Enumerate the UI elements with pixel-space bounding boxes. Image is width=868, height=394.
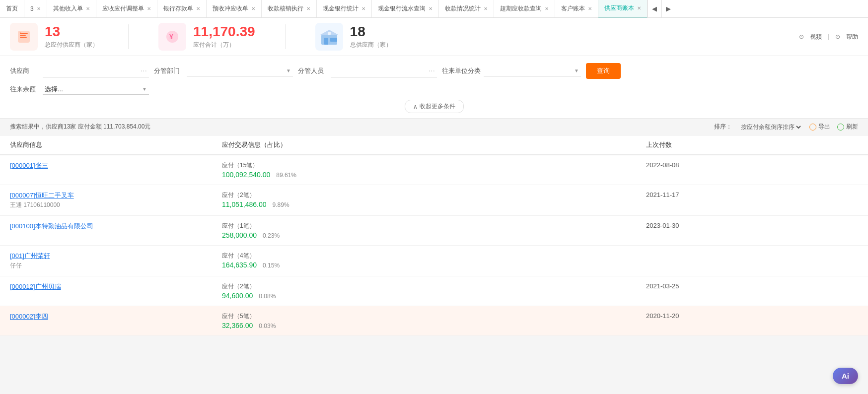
- supplier-link-5[interactable]: [000012]广州贝瑞: [10, 283, 61, 290]
- svg-rect-10: [328, 32, 331, 35]
- payable-row-6: 32,366.00 0.03%: [222, 321, 646, 329]
- video-link[interactable]: 视频: [810, 33, 822, 41]
- nav-tab-customer-account-close[interactable]: ✕: [588, 6, 592, 11]
- supplier-info-2: [000007]恒旺二手叉车 王通 17106110000: [10, 191, 222, 209]
- supplier-link-2[interactable]: [000007]恒旺二手叉车: [10, 192, 74, 199]
- person-input[interactable]: [333, 67, 429, 74]
- filter-dept-label: 分管部门: [154, 66, 184, 75]
- nav-tab-cash-bank-stats[interactable]: 现金银行统计 ✕: [317, 0, 372, 18]
- stat-1-text: 13 总应付供应商（家）: [45, 25, 98, 49]
- nav-tab-bank-deposit[interactable]: 银行存款单 ✕: [157, 0, 207, 18]
- nav-tab-collection-stats-close[interactable]: ✕: [484, 6, 488, 11]
- stat-3-number: 18: [350, 25, 392, 39]
- nav-tab-ap-adjust-close[interactable]: ✕: [147, 6, 151, 11]
- nav-tab-cash-bank-flow[interactable]: 现金银行流水查询 ✕: [372, 0, 439, 18]
- nav-tab-supplier-account-label: 供应商账本: [604, 4, 634, 12]
- supplier-link-3[interactable]: [000100]本特勤油品有限公司: [10, 222, 93, 230]
- supplier-input[interactable]: [45, 67, 141, 74]
- nav-tab-cash-bank-flow-close[interactable]: ✕: [429, 6, 433, 11]
- results-actions: 排序： 按应付余额倒序排序 导出 刷新: [714, 123, 858, 131]
- nav-tab-other-income[interactable]: 其他收入单 ✕: [47, 0, 96, 18]
- nav-tab-advance-sales-close[interactable]: ✕: [251, 6, 255, 11]
- filter-person-label: 分管人员: [298, 66, 328, 75]
- nav-tab-supplier-account-close[interactable]: ✕: [637, 5, 641, 11]
- category-chevron-icon: ▼: [574, 68, 579, 73]
- nav-tab-ap-adjust-label: 应收应付调整单: [102, 4, 144, 13]
- nav-tab-cash-bank-stats-close[interactable]: ✕: [362, 6, 365, 11]
- person-dots-icon[interactable]: ···: [429, 66, 435, 75]
- collapse-button[interactable]: ∧ 收起更多条件: [405, 100, 464, 113]
- results-bar: 搜索结果中，供应商13家 应付金额 111,703,854.00元 排序： 按应…: [0, 119, 868, 135]
- nav-arrow-right[interactable]: ▶: [661, 0, 675, 18]
- dept-select[interactable]: [189, 67, 286, 74]
- payable-amount-2: 11,051,486.00: [222, 200, 267, 208]
- sort-select[interactable]: 按应付余额倒序排序: [739, 123, 802, 131]
- stat-2-label: 应付合计（万）: [193, 41, 255, 49]
- table-header: 供应商信息 应付交易信息（占比） 上次付数: [0, 135, 868, 155]
- table-row: [000007]恒旺二手叉车 王通 17106110000 应付（2笔） 11,…: [0, 185, 868, 216]
- nav-tab-cash-bank-stats-label: 现金银行统计: [323, 4, 359, 13]
- supplier-dots-icon[interactable]: ···: [141, 66, 147, 75]
- nav-tab-overdue-query-close[interactable]: ✕: [545, 6, 549, 11]
- collapse-label: 收起更多条件: [420, 102, 455, 111]
- supplier-info-3: [000100]本特勤油品有限公司: [10, 222, 222, 231]
- payable-label-4: 应付（4笔）: [222, 252, 646, 260]
- nav-tab-ap-adjust[interactable]: 应收应付调整单 ✕: [96, 0, 157, 18]
- svg-rect-7: [324, 38, 328, 45]
- stat-icon-amount: ¥: [158, 23, 186, 51]
- supplier-info-1: [000001]张三: [10, 161, 222, 170]
- filter-balance-label: 往来余额: [10, 85, 40, 94]
- filter-person: 分管人员 ···: [298, 65, 437, 77]
- collapse-chevron-up-icon: ∧: [413, 103, 418, 110]
- filter-dept: 分管部门 ▼: [154, 66, 293, 76]
- nav-tab-collection-check[interactable]: 收款核销执行 ✕: [262, 0, 317, 18]
- nav-tab-3-close[interactable]: ✕: [37, 6, 41, 11]
- query-button[interactable]: 查询: [586, 63, 621, 79]
- table-row: [001]广州荣轩 仔仔 应付（4笔） 164,635.90 0.15%: [0, 246, 868, 276]
- nav-tab-home[interactable]: 首页: [0, 0, 24, 18]
- filter-balance-select-wrap: 选择... ▼: [43, 84, 149, 95]
- balance-chevron-icon: ▼: [142, 86, 147, 92]
- refresh-button[interactable]: 刷新: [837, 123, 858, 131]
- supplier-sub-4: 仔仔: [10, 262, 222, 270]
- collapse-row: ∧ 收起更多条件: [10, 100, 858, 113]
- supplier-link-6[interactable]: [000002]李四: [10, 313, 48, 320]
- svg-rect-2: [20, 35, 26, 36]
- nav-tab-overdue-query[interactable]: 超期应收款查询 ✕: [494, 0, 555, 18]
- filter-category: 往来单位分类 ▼: [442, 66, 581, 76]
- filter-area: 供应商 ··· 分管部门 ▼ 分管人员 ··· 往来单位分类: [0, 56, 868, 119]
- category-select[interactable]: [486, 67, 574, 74]
- payable-label-6: 应付（5笔）: [222, 312, 646, 321]
- supplier-info-4: [001]广州荣轩 仔仔: [10, 252, 222, 270]
- supplier-link-4[interactable]: [001]广州荣轩: [10, 252, 50, 260]
- nav-tab-customer-account[interactable]: 客户账本 ✕: [555, 0, 598, 18]
- dept-chevron-icon: ▼: [286, 68, 291, 73]
- stat-2-number: 11,170.39: [193, 25, 255, 39]
- payable-amount-5: 94,600.00: [222, 292, 253, 300]
- nav-tab-supplier-account[interactable]: 供应商账本 ✕: [598, 0, 648, 18]
- stat-2-text: 11,170.39 应付合计（万）: [193, 25, 255, 49]
- filter-category-select-wrap: ▼: [484, 66, 581, 76]
- nav-tab-collection-check-close[interactable]: ✕: [306, 6, 310, 11]
- nav-tab-advance-sales[interactable]: 预收冲应收单 ✕: [207, 0, 262, 18]
- col-header-last-pay: 上次付数: [646, 140, 858, 149]
- nav-tab-3[interactable]: 3 ✕: [24, 0, 47, 18]
- nav-arrow-left[interactable]: ◀: [648, 0, 661, 18]
- col-header-supplier: 供应商信息: [10, 140, 222, 149]
- supplier-link-1[interactable]: [000001]张三: [10, 162, 48, 169]
- nav-tab-collection-stats[interactable]: 收款情况统计 ✕: [439, 0, 494, 18]
- nav-tab-customer-account-label: 客户账本: [561, 4, 585, 13]
- last-pay-5: 2021-03-25: [646, 282, 858, 290]
- export-label: 导出: [818, 123, 830, 131]
- filter-person-input-wrap: ···: [331, 65, 437, 77]
- payable-row-2: 11,051,486.00 9.89%: [222, 199, 646, 208]
- nav-tab-other-income-close[interactable]: ✕: [86, 6, 90, 11]
- filter-category-label: 往来单位分类: [442, 66, 481, 75]
- stat-1-number: 13: [45, 25, 98, 39]
- nav-tab-bank-deposit-label: 银行存款单: [163, 4, 193, 13]
- help-link[interactable]: 帮助: [846, 33, 858, 41]
- export-button[interactable]: 导出: [809, 123, 830, 131]
- balance-select[interactable]: 选择...: [45, 85, 142, 93]
- last-pay-2: 2021-11-17: [646, 191, 858, 198]
- nav-tab-bank-deposit-close[interactable]: ✕: [196, 6, 200, 11]
